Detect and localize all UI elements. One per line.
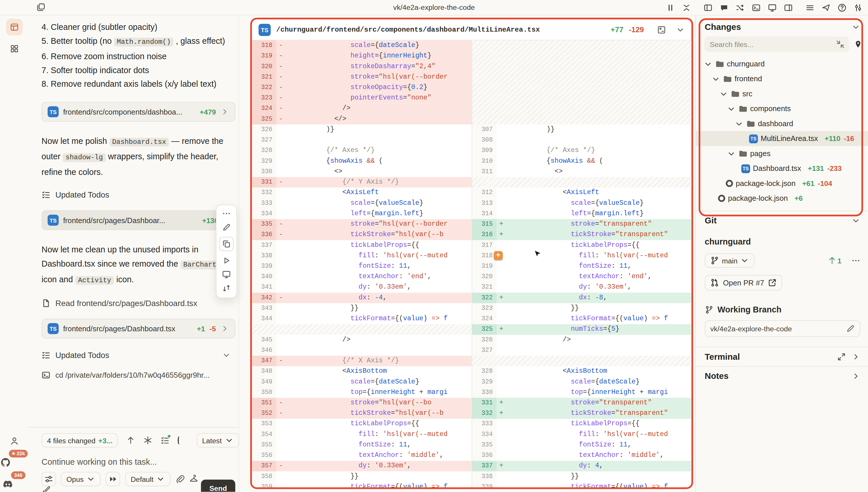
diff-line[interactable]: 337+ dy: 4, (472, 461, 691, 471)
diff-line[interactable]: 324- /> (252, 103, 472, 114)
chevron-down-icon[interactable] (222, 351, 231, 360)
diff-line[interactable]: 308 (472, 135, 691, 145)
version-dropdown[interactable]: Latest (196, 433, 239, 448)
terminal-section-header[interactable]: Terminal (705, 347, 861, 366)
file-diff-card[interactable]: TSfrontend/src/components/dashboa...+479 (42, 102, 235, 122)
working-branch-field[interactable]: vk/4e2a-explore-the-code (705, 320, 861, 337)
file-diff-card[interactable]: TSfrontend/src/pages/Dashboar...+130-2 (42, 210, 235, 230)
menu-icon[interactable] (805, 3, 815, 12)
diff-line[interactable]: 341 dy: '0.33em', (252, 282, 472, 293)
asterisk-icon[interactable] (143, 436, 153, 445)
diff-line[interactable]: 322+ dx: -8, (472, 293, 691, 303)
chevron-down-icon[interactable] (727, 104, 736, 113)
diff-line[interactable]: 334 fill: 'hsl(var(--muted (472, 429, 691, 440)
chevron-down-icon[interactable] (719, 89, 728, 98)
tree-folder-dashboard[interactable]: dashboard (696, 116, 868, 131)
discord-icon[interactable] (3, 479, 13, 489)
diff-line[interactable]: 357- dy: '0.33em', (252, 461, 472, 471)
diff-line[interactable]: 338 }} (472, 471, 691, 482)
diff-line[interactable]: 328 {/* Axes */} (252, 146, 472, 156)
fast-forward-button[interactable] (106, 472, 120, 487)
tree-file-Dashboard.tsx[interactable]: TSDashboard.tsx+131-233 (696, 161, 868, 176)
todos-indicator-icon[interactable] (161, 436, 169, 445)
diff-line[interactable]: 327 (472, 345, 691, 356)
diff-line[interactable]: 325+ numTicks={5} (472, 324, 691, 335)
diff-line[interactable]: 316+ tickStroke="transparent" (472, 229, 691, 240)
hanger-icon[interactable] (190, 474, 198, 484)
terminal-icon[interactable] (752, 3, 761, 12)
pause-icon[interactable] (666, 3, 675, 12)
read-file-action[interactable]: Read frontend/src/pages/Dashboard.tsx (42, 299, 235, 308)
github-icon[interactable] (1, 458, 10, 467)
shuffle-icon[interactable] (736, 3, 745, 12)
diff-line[interactable]: 323- pointerEvents="none" (252, 93, 472, 103)
diff-line[interactable]: 339 fontSize: 11, (252, 261, 472, 272)
diff-line[interactable]: 355 fontSize: 11, (252, 440, 472, 450)
preview-icon[interactable] (222, 270, 231, 279)
send-button[interactable]: Send (201, 479, 235, 492)
pencil-icon[interactable] (846, 324, 855, 333)
diff-line[interactable]: 329 scale={dateScale} (472, 377, 691, 387)
chat-bubble-icon[interactable] (720, 3, 729, 12)
diff-line[interactable]: 344 tickFormat={(value) => f (252, 314, 472, 324)
updated-todos[interactable]: Updated Todos (42, 351, 235, 360)
open-pr-button[interactable]: Open PR #7 (705, 275, 783, 290)
diff-line[interactable]: 345 /> (252, 335, 472, 345)
diff-line[interactable]: 339 tickFormat={(value) => f (472, 482, 691, 489)
edit-icon[interactable] (222, 223, 231, 232)
settings-icon[interactable] (854, 3, 863, 12)
diff-line[interactable]: 321 dy: '0.33em', (472, 282, 691, 293)
add-comment-button[interactable]: + (494, 251, 503, 260)
tree-folder-components[interactable]: components (696, 101, 868, 116)
diff-line[interactable]: 323 }} (472, 303, 691, 314)
panel-right-icon[interactable] (784, 3, 793, 12)
diff-line[interactable]: 356 textAnchor: 'middle', (252, 450, 472, 461)
chevron-down-icon[interactable] (676, 25, 685, 34)
diff-line[interactable]: 358 }} (252, 471, 472, 482)
brush-icon[interactable] (42, 485, 50, 492)
diff-line[interactable]: 329 {showAxis && ( (252, 156, 472, 167)
diff-line[interactable]: 333 tickLabelProps={{ (472, 419, 691, 429)
monitor-icon[interactable] (768, 3, 777, 12)
diff-line[interactable]: 346 (252, 345, 472, 356)
app-icon[interactable] (6, 19, 23, 35)
diff-line[interactable]: 322- strokeOpacity={0.2} (252, 82, 472, 93)
diff-line[interactable]: 325- </> (252, 114, 472, 124)
diff-line[interactable]: 331+ stroke="transparent" (472, 398, 691, 408)
git-section-header[interactable]: Git (705, 211, 861, 230)
tree-folder-frontend[interactable]: frontend (696, 71, 868, 86)
diff-line[interactable]: 328 <AxisBottom (472, 366, 691, 376)
play-icon[interactable] (222, 256, 231, 265)
diff-line[interactable]: 313 scale={valueScale} (472, 198, 691, 208)
tree-file-package-lock.json[interactable]: package-lock.json+6 (696, 191, 868, 206)
files-changed-chip[interactable]: 4 files changed +3... (42, 433, 118, 448)
diff-line[interactable]: 326 /> (472, 335, 691, 345)
diff-line[interactable]: 352- tickStroke="hsl(var(--b (252, 408, 472, 419)
diff-line[interactable]: 319- height={innerHeight} (252, 51, 472, 61)
expand-icon[interactable] (837, 352, 846, 362)
settings-sliders-button[interactable] (42, 472, 56, 487)
diff-line[interactable]: 337 tickLabelProps={{ (252, 240, 472, 251)
diff-line[interactable]: 324 tickFormat={(value) => f (472, 314, 691, 324)
tree-file-MultiLineArea.tsx[interactable]: TSMultiLineArea.tsx+110-16 (696, 131, 868, 146)
diff-line[interactable]: 309 {/* Axes */} (472, 146, 691, 156)
account-icon[interactable] (10, 437, 19, 446)
chevron-down-icon[interactable] (851, 23, 861, 32)
collapse-icon[interactable] (682, 3, 691, 12)
pin-icon[interactable] (854, 40, 863, 49)
diff-line[interactable]: 333 scale={valueScale} (252, 198, 472, 208)
diff-line[interactable]: 332+ tickStroke="transparent" (472, 408, 691, 419)
diff-line[interactable]: 307 )} (472, 124, 691, 135)
diff-line[interactable]: 359 tickFormat={(value) => f (252, 482, 472, 489)
diff-line[interactable]: 351- stroke="hsl(var(--bo (252, 398, 472, 408)
diff-line[interactable]: 334 left={margin.left} (252, 208, 472, 219)
diff-view-icon[interactable] (657, 25, 666, 34)
diff-line[interactable]: 349 scale={dateScale} (252, 377, 472, 387)
diff-line[interactable]: 335 fontSize: 11, (472, 440, 691, 450)
diff-line[interactable]: 353 tickLabelProps={{ (252, 419, 472, 429)
diff-line[interactable]: 315+ stroke="transparent" (472, 219, 691, 229)
diff-line[interactable]: 340 textAnchor: 'end', (252, 272, 472, 282)
diff-line[interactable]: 335- stroke="hsl(var(--border (252, 219, 472, 229)
file-search-input[interactable]: Search files... (704, 36, 849, 52)
file-diff-card[interactable]: TSfrontend/src/pages/Dashboard.tsx+1-5 (42, 319, 235, 339)
